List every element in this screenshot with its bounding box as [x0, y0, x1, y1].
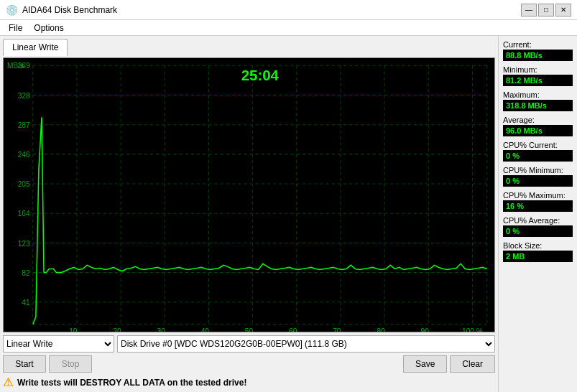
svg-text:328: 328	[18, 92, 30, 100]
stat-current: Current: 88.8 MB/s	[503, 40, 573, 62]
minimize-button[interactable]: —	[521, 4, 537, 17]
control-row-selects: Linear Write Linear Read Random Write Ra…	[3, 335, 495, 353]
drive-select[interactable]: Disk Drive #0 [WDC WDS120G2G0B-00EPW0] (…	[117, 335, 495, 353]
test-type-select[interactable]: Linear Write Linear Read Random Write Ra…	[3, 335, 114, 353]
block-size-value: 2 MB	[503, 251, 573, 262]
block-size-label: Block Size:	[503, 241, 573, 250]
control-row-buttons: Start Stop Save Clear	[3, 355, 495, 373]
title-bar: 💿 AIDA64 Disk Benchmark — □ ✕	[0, 0, 577, 20]
main-content: Linear Write	[0, 36, 577, 392]
stat-block-size: Block Size: 2 MB	[503, 241, 573, 263]
stat-cpu-current: CPU% Current: 0 %	[503, 141, 573, 163]
start-button[interactable]: Start	[3, 355, 46, 373]
title-bar-controls: — □ ✕	[521, 4, 571, 17]
average-label: Average:	[503, 116, 573, 124]
svg-text:10: 10	[69, 327, 78, 332]
chart-svg: 369 328 287 246 205 164 123 82 41 MB/s 1…	[4, 58, 494, 332]
chart-container: 369 328 287 246 205 164 123 82 41 MB/s 1…	[3, 57, 495, 332]
svg-text:25:04: 25:04	[241, 67, 280, 83]
left-panel: Linear Write	[0, 36, 498, 392]
close-button[interactable]: ✕	[555, 4, 571, 17]
average-value: 96.0 MB/s	[503, 125, 573, 136]
stat-average: Average: 96.0 MB/s	[503, 116, 573, 138]
svg-text:40: 40	[201, 327, 210, 332]
svg-text:MB/s: MB/s	[7, 62, 24, 70]
svg-text:205: 205	[18, 180, 30, 188]
stat-cpu-maximum: CPU% Maximum: 16 %	[503, 191, 573, 213]
maximum-value: 318.8 MB/s	[503, 100, 573, 111]
tab-linear-write[interactable]: Linear Write	[3, 39, 68, 56]
svg-text:50: 50	[245, 327, 254, 332]
app-icon: 💿	[6, 4, 18, 16]
svg-text:70: 70	[333, 327, 341, 332]
stop-button[interactable]: Stop	[49, 355, 92, 373]
minimum-label: Minimum:	[503, 65, 573, 74]
clear-button[interactable]: Clear	[450, 355, 495, 373]
menu-bar: File Options	[0, 20, 577, 36]
tab-bar: Linear Write	[3, 39, 495, 56]
svg-text:90: 90	[420, 327, 429, 332]
cpu-maximum-label: CPU% Maximum:	[503, 191, 573, 200]
cpu-current-label: CPU% Current:	[503, 141, 573, 149]
warning-icon: ⚠	[3, 375, 13, 389]
maximum-label: Maximum:	[503, 90, 573, 99]
window-title: AIDA64 Disk Benchmark	[22, 5, 117, 15]
svg-text:164: 164	[18, 210, 30, 218]
cpu-current-value: 0 %	[503, 150, 573, 162]
menu-file[interactable]: File	[3, 22, 28, 34]
stat-cpu-average: CPU% Average: 0 %	[503, 216, 573, 238]
svg-text:287: 287	[18, 121, 30, 129]
svg-text:30: 30	[157, 327, 166, 332]
current-label: Current:	[503, 40, 573, 49]
svg-text:41: 41	[22, 299, 30, 307]
maximize-button[interactable]: □	[538, 4, 554, 17]
svg-text:123: 123	[18, 240, 30, 248]
save-button[interactable]: Save	[403, 355, 447, 373]
svg-text:100 %: 100 %	[462, 327, 483, 332]
right-panel: Current: 88.8 MB/s Minimum: 81.2 MB/s Ma…	[498, 36, 577, 392]
stat-minimum: Minimum: 81.2 MB/s	[503, 65, 573, 88]
svg-text:60: 60	[289, 327, 297, 332]
menu-options[interactable]: Options	[28, 22, 69, 34]
cpu-minimum-label: CPU% Minimum:	[503, 166, 573, 174]
current-value: 88.8 MB/s	[503, 50, 573, 61]
stat-maximum: Maximum: 318.8 MB/s	[503, 90, 573, 113]
cpu-maximum-value: 16 %	[503, 200, 573, 212]
cpu-average-value: 0 %	[503, 225, 573, 237]
minimum-value: 81.2 MB/s	[503, 75, 573, 86]
bottom-controls: Linear Write Linear Read Random Write Ra…	[3, 332, 495, 389]
stat-cpu-minimum: CPU% Minimum: 0 %	[503, 166, 573, 188]
warning-text: Write tests will DESTROY ALL DATA on the…	[17, 378, 246, 388]
svg-text:246: 246	[18, 151, 30, 159]
title-bar-left: 💿 AIDA64 Disk Benchmark	[6, 4, 117, 16]
svg-text:20: 20	[113, 327, 121, 332]
cpu-average-label: CPU% Average:	[503, 216, 573, 225]
svg-text:82: 82	[22, 269, 30, 277]
warning-row: ⚠ Write tests will DESTROY ALL DATA on t…	[3, 375, 495, 389]
cpu-minimum-value: 0 %	[503, 175, 573, 187]
svg-text:80: 80	[377, 327, 385, 332]
